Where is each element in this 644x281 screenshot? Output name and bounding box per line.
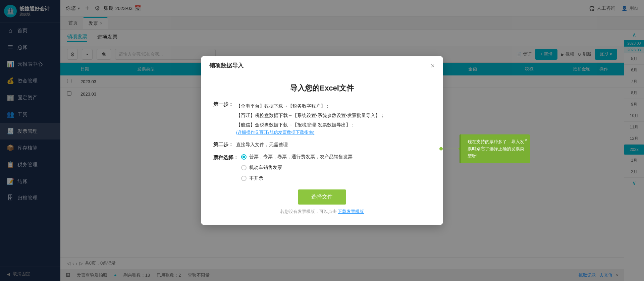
tooltip-container: 现在支持的票种多了，导入发票时别忘了选择正确的发票类型呀! × (439, 134, 530, 163)
tooltip-close-button[interactable]: × (525, 136, 527, 144)
select-file-button[interactable]: 选择文件 (298, 189, 346, 205)
step1: 第一步： 【全电平台】数据下载→【税务数字账户】； 【百旺】税控盘数据下载→【系… (213, 101, 431, 135)
tooltip-box: 现在支持的票种多了，导入发票时别忘了选择正确的发票类型呀! × (460, 134, 530, 163)
modal-header: 销项数据导入 × (201, 56, 443, 75)
modal-title: 销项数据导入 (209, 62, 244, 69)
radio-dot-1 (243, 156, 245, 158)
import-title: 导入您的Excel文件 (213, 83, 431, 93)
footer-text: 若您没有发票模版，可以点击 (280, 209, 337, 214)
ticket-label: 票种选择： (213, 155, 238, 161)
step1-label: 第一步： (213, 101, 233, 135)
step1-line2: 【百旺】税控盘数据下载→【系统设置-系统参数设置-发票批量导入】； (236, 111, 385, 120)
download-template-link[interactable]: 下载发票模版 (338, 209, 364, 214)
step2-label: 第二步： (213, 142, 233, 148)
radio2-label: 机动车销售发票 (249, 165, 282, 171)
radio-item-3[interactable]: 不开票 (241, 175, 353, 181)
radio-circle-1 (241, 154, 247, 160)
step1-note[interactable]: (详细操作见百旺/航信发票数据下载指南) (236, 129, 385, 135)
step1-line1: 【全电平台】数据下载→【税务数字账户】； (236, 101, 385, 111)
modal-close-button[interactable]: × (431, 62, 435, 69)
modal-body: 导入您的Excel文件 第一步： 【全电平台】数据下载→【税务数字账户】； 【百… (201, 75, 443, 225)
tooltip-dot (439, 147, 443, 151)
radio-item-1[interactable]: 普票，专票，卷票，通行费发票，农产品销售发票 (241, 154, 353, 160)
radio3-label: 不开票 (249, 175, 263, 181)
window-close-button[interactable]: × (620, 4, 629, 13)
step2: 第二步： 直接导入文件，无需整理 (213, 142, 431, 148)
radio-item-2[interactable]: 机动车销售发票 (241, 165, 353, 171)
ticket-section: 票种选择： 普票，专票，卷票，通行费发票，农产品销售发票 机动车销售发票 (213, 154, 431, 181)
window-controls: × □ (616, 0, 644, 17)
radio1-label: 普票，专票，卷票，通行费发票，农产品销售发票 (249, 154, 353, 160)
import-modal: 销项数据导入 × 导入您的Excel文件 第一步： 【全电平台】数据下载→【税务… (201, 56, 443, 225)
step2-content: 直接导入文件，无需整理 (236, 142, 288, 148)
modal-btn-row: 选择文件 (213, 189, 431, 205)
window-maximize-button[interactable]: □ (631, 4, 641, 13)
step1-line3: 【航信】金税盘数据下载→【报税管理-发票数据导出】； (236, 120, 385, 129)
radio-circle-2 (241, 165, 247, 170)
tooltip-accent-bar (460, 134, 461, 163)
radio-circle-3 (241, 176, 247, 181)
modal-footer: 若您没有发票模版，可以点击 下载发票模版 (213, 209, 431, 215)
radio-group: 普票，专票，卷票，通行费发票，农产品销售发票 机动车销售发票 不开票 (241, 154, 353, 181)
tooltip-text: 现在支持的票种多了，导入发票时别忘了选择正确的发票类型呀! (468, 139, 524, 158)
modal-overlay: 销项数据导入 × 导入您的Excel文件 第一步： 【全电平台】数据下载→【税务… (0, 0, 644, 281)
